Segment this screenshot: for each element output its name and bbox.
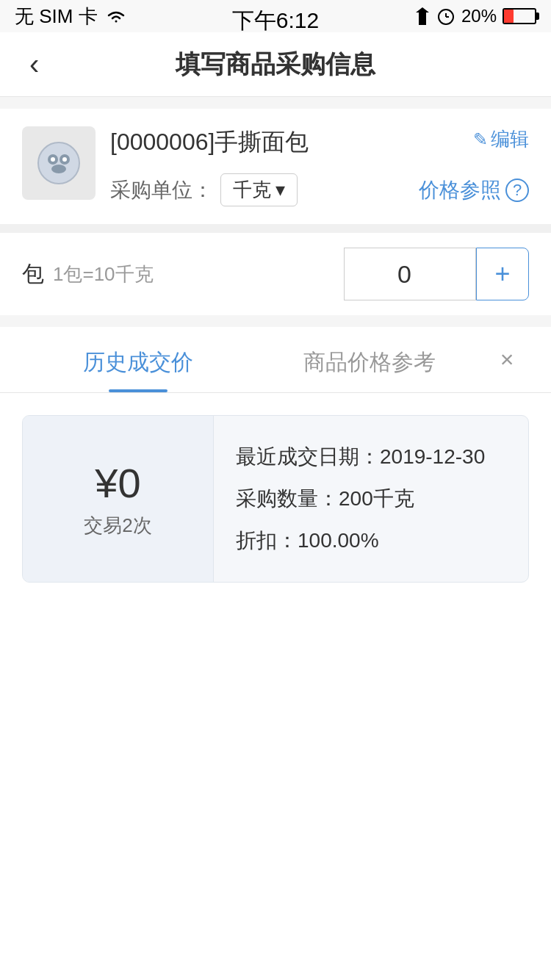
status-bar: 无 SIM 卡 下午6:12 20% bbox=[0, 0, 551, 32]
battery-percent: 20% bbox=[461, 6, 497, 26]
nav-bar: ‹ 填写商品采购信息 bbox=[0, 32, 551, 97]
product-name: [0000006]手撕面包 bbox=[110, 126, 309, 159]
latest-date-row: 最近成交日期：2019-12-30 bbox=[236, 442, 506, 471]
purchase-row: 采购单位： 千克 ▾ 价格参照 ? bbox=[110, 173, 529, 206]
network-text: 无 SIM 卡 bbox=[15, 4, 98, 29]
svg-point-8 bbox=[51, 165, 66, 173]
purchase-qty-value: 200千克 bbox=[339, 487, 414, 510]
tab-history-price-label: 历史成交价 bbox=[83, 350, 193, 374]
svg-point-7 bbox=[62, 157, 67, 162]
history-price-section: ¥0 交易2次 bbox=[23, 416, 214, 582]
discount-value: 100.00% bbox=[298, 529, 379, 552]
back-button[interactable]: ‹ bbox=[22, 40, 46, 88]
latest-date-label: 最近成交日期： bbox=[236, 445, 380, 468]
page-title: 填写商品采购信息 bbox=[176, 48, 375, 82]
product-info: [0000006]手撕面包 ✎ 编辑 采购单位： 千克 ▾ 价格参照 ? bbox=[110, 126, 529, 206]
discount-label: 折扣： bbox=[236, 529, 298, 552]
tab-history-price[interactable]: 历史成交价 bbox=[22, 327, 253, 392]
location-icon bbox=[414, 7, 431, 26]
product-image bbox=[22, 126, 96, 200]
history-content: ¥0 交易2次 最近成交日期：2019-12-30 采购数量：200千克 折扣：… bbox=[0, 393, 551, 605]
price-value: 0 bbox=[118, 460, 141, 506]
tabs-container: 历史成交价 商品价格参考 × bbox=[0, 327, 551, 393]
tab-active-indicator bbox=[109, 389, 168, 392]
edit-icon: ✎ bbox=[473, 129, 488, 150]
wifi-icon bbox=[105, 8, 127, 24]
purchase-qty-label: 采购数量： bbox=[236, 487, 339, 510]
svg-point-6 bbox=[51, 157, 55, 162]
unit-label: 包 bbox=[22, 259, 44, 289]
quantity-label: 包 1包=10千克 bbox=[22, 259, 154, 289]
purchase-qty-row: 采购数量：200千克 bbox=[236, 484, 506, 513]
product-header: [0000006]手撕面包 ✎ 编辑 bbox=[110, 126, 529, 159]
history-details-section: 最近成交日期：2019-12-30 采购数量：200千克 折扣：100.00% bbox=[214, 416, 528, 582]
unit-description: 1包=10千克 bbox=[53, 262, 154, 287]
status-time: 下午6:12 bbox=[232, 6, 319, 36]
purchase-unit-label: 采购单位： bbox=[110, 176, 213, 204]
edit-label: 编辑 bbox=[491, 126, 529, 152]
currency-symbol: ¥ bbox=[95, 460, 118, 506]
tabs-row: 历史成交价 商品价格参考 × bbox=[0, 327, 551, 392]
discount-row: 折扣：100.00% bbox=[236, 526, 506, 555]
status-left: 无 SIM 卡 bbox=[15, 4, 127, 29]
section-divider bbox=[0, 224, 551, 233]
bottom-area bbox=[0, 605, 551, 980]
quantity-input[interactable] bbox=[344, 248, 476, 300]
tab-price-reference-label: 商品价格参考 bbox=[303, 350, 436, 374]
purchase-unit: 采购单位： 千克 ▾ bbox=[110, 173, 298, 206]
trade-count: 交易2次 bbox=[84, 513, 151, 538]
edit-button[interactable]: ✎ 编辑 bbox=[473, 126, 529, 152]
status-right: 20% bbox=[414, 6, 536, 26]
product-logo-icon bbox=[37, 141, 81, 185]
tab-price-reference[interactable]: 商品价格参考 bbox=[253, 327, 485, 392]
quantity-row: 包 1包=10千克 + bbox=[0, 233, 551, 315]
tab-close-button[interactable]: × bbox=[485, 338, 529, 382]
price-ref-label: 价格参照 bbox=[419, 176, 501, 204]
history-card: ¥0 交易2次 最近成交日期：2019-12-30 采购数量：200千克 折扣：… bbox=[22, 415, 529, 583]
quantity-controls: + bbox=[344, 248, 529, 300]
dropdown-icon: ▾ bbox=[276, 179, 285, 201]
svg-point-3 bbox=[38, 143, 79, 184]
product-card: [0000006]手撕面包 ✎ 编辑 采购单位： 千克 ▾ 价格参照 ? bbox=[0, 109, 551, 224]
history-price: ¥0 bbox=[95, 459, 140, 507]
quantity-plus-button[interactable]: + bbox=[476, 248, 529, 300]
alarm-icon bbox=[436, 7, 455, 26]
unit-value: 千克 bbox=[233, 177, 271, 203]
price-reference-button[interactable]: 价格参照 ? bbox=[419, 176, 529, 204]
unit-select[interactable]: 千克 ▾ bbox=[220, 173, 298, 206]
battery-icon bbox=[503, 8, 536, 24]
latest-date-value: 2019-12-30 bbox=[380, 445, 485, 468]
price-ref-question-icon: ? bbox=[505, 179, 529, 202]
